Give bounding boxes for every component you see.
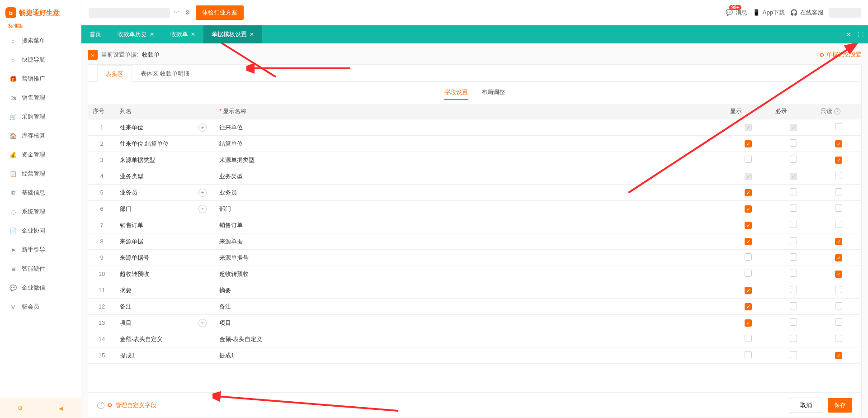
cell-display-name[interactable]: 部门 (215, 201, 726, 217)
checkbox[interactable] (790, 237, 797, 244)
sidebar-item[interactable]: 🎁营销推广 (0, 69, 81, 88)
expand-sidebar-icon[interactable]: » (88, 50, 98, 60)
checkbox[interactable] (835, 123, 842, 130)
add-field-icon[interactable]: + (198, 319, 207, 327)
add-field-icon[interactable]: + (198, 205, 207, 213)
app-download-button[interactable]: 📱 App下载 (753, 9, 785, 17)
workspace-tab[interactable]: 收款单✕ (162, 25, 203, 43)
sidebar-item[interactable]: V畅会员 (0, 297, 81, 316)
sidebar-item[interactable]: 📄企业协同 (0, 221, 81, 240)
add-field-icon[interactable]: + (198, 189, 207, 197)
customer-service-button[interactable]: 🎧 在线客服 (790, 9, 824, 17)
messages-button[interactable]: 💬 消息 99+ (726, 9, 747, 17)
sidebar-item[interactable]: 🛍销售管理 (0, 88, 81, 107)
checkbox[interactable] (745, 253, 752, 261)
checkbox[interactable] (745, 351, 752, 358)
checkbox[interactable] (790, 139, 797, 147)
checkbox[interactable] (835, 238, 842, 245)
fullscreen-icon[interactable]: ⛶ (858, 31, 863, 38)
manage-custom-fields-link[interactable]: ? ⚙ 管理自定义字段 (97, 401, 156, 409)
sidebar-item[interactable]: 💬企业微信 (0, 278, 81, 297)
save-button[interactable]: 保存 (828, 398, 852, 413)
checkbox[interactable] (745, 335, 752, 342)
collapse-icon[interactable]: ◀ (59, 405, 63, 412)
settings-icon[interactable]: ⚙ (18, 405, 23, 412)
sidebar-item[interactable]: 🛒采购管理 (0, 107, 81, 126)
close-all-tabs-icon[interactable]: ✕ (846, 31, 851, 38)
cell-display-name[interactable]: 来源单据类型 (215, 152, 726, 168)
checkbox[interactable] (745, 319, 752, 327)
subtab-field-settings[interactable]: 字段设置 (444, 88, 468, 100)
sidebar-item[interactable]: 🏠库存核算 (0, 126, 81, 145)
checkbox[interactable] (745, 303, 752, 310)
checkbox[interactable] (835, 271, 842, 278)
checkbox[interactable] (745, 205, 752, 213)
checkbox[interactable] (835, 140, 842, 147)
sidebar-item[interactable]: ⌂快捷导航 (0, 50, 81, 69)
checkbox[interactable] (745, 156, 752, 163)
checkbox[interactable] (835, 286, 842, 293)
cell-display-name[interactable]: 项目 (215, 315, 726, 331)
cancel-button[interactable]: 取消 (790, 398, 822, 413)
tab-home[interactable]: 首页 (81, 25, 109, 43)
close-icon[interactable]: ✕ (191, 31, 195, 38)
user-account[interactable] (829, 8, 861, 18)
cell-display-name[interactable]: 备注 (215, 299, 726, 315)
checkbox[interactable] (835, 204, 842, 212)
close-icon[interactable]: ✕ (250, 31, 254, 38)
checkbox[interactable] (745, 287, 752, 294)
cell-display-name[interactable]: 摘要 (215, 282, 726, 299)
area-tab-body[interactable]: 表体区-收款单明细 (132, 65, 198, 81)
sidebar-item[interactable]: ➤新手引导 (0, 240, 81, 259)
checkbox[interactable] (745, 140, 752, 147)
workspace-tab[interactable]: 单据模板设置✕ (203, 25, 262, 43)
sidebar-item[interactable]: ◌系统管理 (0, 202, 81, 221)
checkbox[interactable] (745, 238, 752, 245)
org-switcher[interactable]: ﹀ (89, 8, 179, 18)
cell-display-name[interactable]: 超收转预收 (215, 266, 726, 282)
checkbox[interactable] (745, 270, 752, 277)
field-table-scroll[interactable]: 序号 列名 *显示名称 显示 必录 只读? 1往来单位+往来单位2往来单位.结算… (88, 104, 861, 392)
cell-display-name[interactable]: 业务类型 (215, 168, 726, 185)
cell-display-name[interactable]: 来源单据 (215, 233, 726, 250)
checkbox[interactable] (835, 157, 842, 164)
checkbox[interactable] (835, 352, 842, 359)
checkbox[interactable] (790, 286, 797, 293)
workspace-tab[interactable]: 收款单历史✕ (109, 25, 162, 43)
checkbox[interactable] (745, 222, 752, 229)
memory-settings-link[interactable]: ⚙ 单据记忆设置 (819, 51, 862, 59)
checkbox[interactable] (790, 302, 797, 309)
cell-display-name[interactable]: 金额-表头自定义 (215, 331, 726, 347)
sidebar-item[interactable]: 💰资金管理 (0, 145, 81, 164)
context-bill-link[interactable]: 收款单 (142, 51, 160, 59)
sidebar-item[interactable]: 🖥智能硬件 (0, 259, 81, 278)
checkbox[interactable] (835, 302, 842, 309)
try-plan-button[interactable]: 体验行业方案 (196, 5, 244, 20)
checkbox[interactable] (835, 221, 842, 228)
checkbox[interactable] (790, 253, 797, 261)
sidebar-item[interactable]: 📋经营管理 (0, 164, 81, 183)
checkbox[interactable] (790, 335, 797, 342)
checkbox[interactable] (790, 156, 797, 163)
checkbox[interactable] (835, 254, 842, 261)
checkbox[interactable] (835, 335, 842, 342)
checkbox[interactable] (790, 318, 797, 326)
cell-display-name[interactable]: 提成1 (215, 347, 726, 364)
checkbox[interactable] (835, 172, 842, 179)
sidebar-item[interactable]: ⌕搜索菜单 (0, 31, 81, 50)
checkbox[interactable] (790, 188, 797, 195)
checkbox[interactable] (790, 204, 797, 212)
close-icon[interactable]: ✕ (150, 31, 154, 38)
checkbox[interactable] (790, 270, 797, 277)
cell-display-name[interactable]: 往来单位 (215, 119, 726, 136)
gear-icon[interactable]: ⚙ (185, 9, 190, 16)
checkbox[interactable] (835, 318, 842, 326)
sidebar-item[interactable]: ⧉基础信息 (0, 183, 81, 202)
checkbox[interactable] (745, 189, 752, 196)
checkbox[interactable] (790, 221, 797, 228)
cell-display-name[interactable]: 销售订单 (215, 217, 726, 233)
subtab-layout-adjust[interactable]: 布局调整 (481, 88, 505, 100)
cell-display-name[interactable]: 业务员 (215, 185, 726, 201)
area-tab-header[interactable]: 表头区 (97, 65, 132, 82)
cell-display-name[interactable]: 结算单位 (215, 136, 726, 152)
